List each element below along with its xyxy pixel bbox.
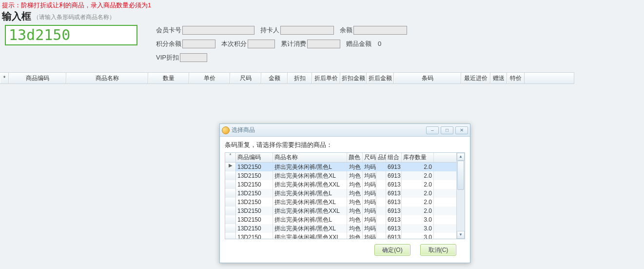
member-info: 会员卡号持卡人余额积分余额本次积分累计消费赠品金额 0VIP折扣 [156,23,413,64]
table-cell: 2.0 [402,180,434,189]
grid-column-header[interactable]: 尺码 [230,73,261,83]
row-indicator-icon [225,189,236,198]
cancel-button[interactable]: 取消(C) [420,244,456,256]
member-field[interactable] [182,26,254,35]
vertical-scrollbar[interactable]: ▲ ▼ [456,153,465,239]
table-row[interactable]: 13D2150拼出完美休闲裤/黑色L均色均码69132.0 [225,189,456,198]
table-row[interactable]: 13D2150拼出完美休闲裤/黑色XL均色均码69132.0 [225,171,456,180]
scroll-thumb[interactable] [457,161,464,190]
ok-button[interactable]: 确定(O) [374,244,410,256]
table-row[interactable]: 13D2150拼出完美休闲裤/黑色XXL均色均码69133.0 [225,233,456,239]
dialog-title-text: 选择商品 [232,126,255,134]
table-cell: 6913 [386,207,402,215]
table-cell: 6913 [386,233,402,239]
grid-column-header[interactable]: 折后单价 [312,73,340,83]
table-column-header[interactable]: 品牌 [376,153,386,162]
table-column-header[interactable]: 商品编码 [236,153,273,162]
table-cell: 拼出完美休闲裤/黑色L [273,215,347,224]
input-box-label: 输入框 [2,10,31,23]
table-cell: 均色 [347,207,363,215]
grid-column-header[interactable]: 折后金额 [367,73,394,83]
maximize-button[interactable]: □ [441,126,453,134]
field-label: 余额 [340,26,352,35]
table-column-header[interactable]: 颜色 [347,153,363,162]
table-cell: 拼出完美休闲裤/黑色XXL [273,233,347,239]
grid-column-header[interactable]: * [0,73,9,83]
table-cell: 2.0 [402,207,434,215]
member-field[interactable] [353,26,407,35]
grid-column-header[interactable]: 特价 [507,73,525,83]
table-cell: 6913 [386,215,402,224]
table-cell: 拼出完美休闲裤/黑色L [273,163,347,171]
table-cell [376,233,386,239]
table-cell: 均码 [363,171,376,180]
table-cell: 13D2150 [236,163,273,171]
scroll-up-icon[interactable]: ▲ [457,153,465,161]
table-cell: 拼出完美休闲裤/黑色XL [273,198,347,207]
dialog-titlebar[interactable]: 选择商品 – □ ✕ [220,124,470,137]
table-cell: 13D2150 [236,207,273,215]
row-indicator-icon [225,180,236,189]
grid-column-header[interactable]: 金额 [261,73,288,83]
table-cell: 拼出完美休闲裤/黑色XXL [273,207,347,215]
product-table[interactable]: *商品编码商品名称颜色尺码品牌组合库存数量 ▶13D2150拼出完美休闲裤/黑色… [225,152,465,239]
static-label: 赠品金额 0 [346,40,381,48]
member-field[interactable] [280,26,334,35]
table-cell [376,207,386,215]
grid-column-header[interactable]: 数量 [148,73,189,83]
grid-column-header[interactable]: 折扣金额 [340,73,367,83]
table-cell: 13D2150 [236,198,273,207]
table-row[interactable]: 13D2150拼出完美休闲裤/黑色L均色均码69133.0 [225,215,456,224]
table-column-header[interactable]: 库存数量 [402,153,434,162]
table-cell: 拼出完美休闲裤/黑色L [273,189,347,198]
table-cell: 均色 [347,163,363,171]
table-cell [376,215,386,224]
table-column-header[interactable]: 组合 [386,153,402,162]
row-indicator-icon [225,215,236,224]
grid-column-header[interactable]: 赠送 [490,73,507,83]
table-row[interactable]: 13D2150拼出完美休闲裤/黑色XL均色均码69133.0 [225,224,456,233]
member-field[interactable] [180,53,207,62]
table-cell: 2.0 [402,198,434,207]
table-column-header[interactable]: 商品名称 [273,153,347,162]
table-row[interactable]: 13D2150拼出完美休闲裤/黑色XXL均色均码69132.0 [225,207,456,215]
table-row[interactable]: 13D2150拼出完美休闲裤/黑色XXL均色均码69132.0 [225,180,456,189]
member-field[interactable] [182,40,215,48]
table-column-header[interactable]: 尺码 [363,153,376,162]
table-row[interactable]: ▶13D2150拼出完美休闲裤/黑色L均色均码69132.0 [225,163,456,171]
items-grid: *商品编码商品名称数量单价尺码金额折扣折后单价折扣金额折后金额条码最近进价赠送特… [0,72,574,84]
table-cell: 均色 [347,233,363,239]
table-cell [376,198,386,207]
table-cell: 均色 [347,224,363,233]
grid-column-header[interactable]: 单价 [189,73,230,83]
minimize-button[interactable]: – [426,126,439,134]
row-indicator-icon: ▶ [225,163,236,171]
field-label: 会员卡号 [156,26,181,35]
scroll-down-icon[interactable]: ▼ [457,231,465,239]
table-row[interactable]: 13D2150拼出完美休闲裤/黑色XL均色均码69132.0 [225,198,456,207]
member-field[interactable] [248,40,275,48]
table-cell: 均码 [363,233,376,239]
grid-column-header[interactable]: 条码 [394,73,461,83]
table-cell: 13D2150 [236,180,273,189]
table-cell: 均色 [347,180,363,189]
field-label: VIP折扣 [156,53,179,62]
table-column-header[interactable]: * [225,153,236,162]
table-cell: 6913 [386,180,402,189]
table-cell: 均码 [363,215,376,224]
close-button[interactable]: ✕ [455,126,468,134]
table-cell: 2.0 [402,171,434,180]
table-cell: 拼出完美休闲裤/黑色XXL [273,180,347,189]
table-cell: 6913 [386,224,402,233]
member-field[interactable] [307,40,340,48]
table-cell [376,180,386,189]
barcode-input[interactable]: 13d2150 [5,25,137,45]
grid-column-header[interactable]: 折扣 [288,73,312,83]
grid-column-header[interactable]: 商品编码 [9,73,66,83]
table-cell: 均码 [363,180,376,189]
grid-column-header[interactable]: 最近进价 [461,73,490,83]
table-cell: 13D2150 [236,189,273,198]
grid-column-header[interactable]: 商品名称 [66,73,148,83]
select-product-dialog: 选择商品 – □ ✕ 条码重复，请选择你需要扫描的商品： *商品编码商品名称颜色… [219,124,470,263]
table-cell [376,163,386,171]
